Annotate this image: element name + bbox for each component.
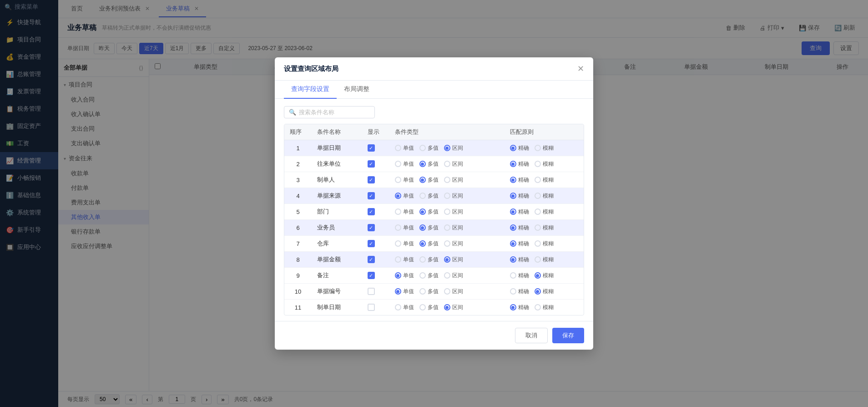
cell-condition-type: 单值多值区间	[389, 188, 505, 204]
display-checkbox-8[interactable]	[368, 256, 375, 263]
display-checkbox-1[interactable]	[368, 144, 375, 152]
radio-type-single-10[interactable]: 单值	[395, 288, 414, 295]
cell-name: 备注	[312, 268, 362, 284]
radio-type-multi-9[interactable]: 多值	[419, 272, 439, 280]
cell-display[interactable]	[362, 156, 389, 172]
radio-type-range-4[interactable]: 区间	[444, 192, 463, 200]
radio-type-single-2[interactable]: 单值	[395, 160, 414, 168]
radio-match-fuzzy-6[interactable]: 模糊	[535, 224, 554, 232]
radio-match-precise-2[interactable]: 精确	[510, 160, 529, 168]
modal-close-button[interactable]: ✕	[577, 64, 584, 74]
radio-type-single-3[interactable]: 单值	[395, 176, 414, 184]
radio-type-single-5[interactable]: 单值	[395, 208, 414, 216]
radio-type-multi-5[interactable]: 多值	[419, 208, 439, 216]
radio-type-range-6[interactable]: 区间	[444, 224, 463, 232]
cell-display[interactable]	[362, 204, 389, 220]
radio-match-fuzzy-8[interactable]: 模糊	[535, 256, 554, 264]
radio-type-single-4[interactable]: 单值	[395, 192, 414, 200]
radio-match-precise-7[interactable]: 精确	[510, 240, 529, 248]
radio-type-multi-1[interactable]: 多值	[419, 144, 439, 152]
radio-type-multi-6[interactable]: 多值	[419, 224, 439, 232]
display-checkbox-5[interactable]	[368, 208, 375, 215]
radio-match-precise-11[interactable]: 精确	[510, 304, 529, 311]
display-checkbox-2[interactable]	[368, 160, 375, 168]
radio-match-precise-10[interactable]: 精确	[510, 288, 529, 295]
cell-name: 业务员	[312, 220, 362, 236]
radio-type-range-1[interactable]: 区间	[444, 144, 463, 152]
modal-save-button[interactable]: 保存	[552, 328, 584, 343]
table-row: 5部门单值多值区间精确模糊	[284, 204, 584, 220]
radio-type-range-9[interactable]: 区间	[444, 272, 463, 280]
radio-match-fuzzy-7[interactable]: 模糊	[535, 240, 554, 248]
cell-display[interactable]	[362, 140, 389, 156]
radio-type-multi-4[interactable]: 多值	[419, 192, 439, 200]
modal-tab-layout-adjust[interactable]: 布局调整	[337, 81, 377, 99]
radio-type-range-5[interactable]: 区间	[444, 208, 463, 216]
display-checkbox-4[interactable]	[368, 192, 375, 199]
radio-match-precise-1[interactable]: 精确	[510, 144, 529, 152]
display-checkbox-10[interactable]	[368, 288, 375, 295]
radio-type-multi-8[interactable]: 多值	[419, 256, 439, 264]
radio-match-fuzzy-4[interactable]: 模糊	[535, 192, 554, 200]
radio-type-range-3[interactable]: 区间	[444, 176, 463, 184]
radio-match-fuzzy-5[interactable]: 模糊	[535, 208, 554, 216]
radio-type-single-6[interactable]: 单值	[395, 224, 414, 232]
cell-display[interactable]	[362, 220, 389, 236]
display-checkbox-9[interactable]	[368, 272, 375, 279]
table-row: 1单据日期单值多值区间精确模糊	[284, 140, 584, 156]
radio-match-fuzzy-11[interactable]: 模糊	[535, 304, 554, 311]
radio-type-single-7[interactable]: 单值	[395, 240, 414, 248]
radio-match-precise-6[interactable]: 精确	[510, 224, 529, 232]
radio-match-precise-9[interactable]: 精确	[510, 272, 529, 280]
radio-type-range-8[interactable]: 区间	[444, 256, 463, 264]
radio-type-range-11[interactable]: 区间	[444, 304, 463, 311]
modal-search-box[interactable]: 🔍	[284, 106, 375, 118]
display-checkbox-7[interactable]	[368, 240, 375, 247]
radio-type-range-7[interactable]: 区间	[444, 240, 463, 248]
modal-search-input[interactable]	[299, 109, 367, 116]
settings-modal: 设置查询区域布局 ✕ 查询字段设置布局调整 🔍 顺序条件名称显示条件类型匹配原则…	[275, 57, 593, 350]
radio-type-single-1[interactable]: 单值	[395, 144, 414, 152]
radio-type-multi-7[interactable]: 多值	[419, 240, 439, 248]
table-row: 2往来单位单值多值区间精确模糊	[284, 156, 584, 172]
cancel-button[interactable]: 取消	[515, 328, 548, 343]
modal-search-icon: 🔍	[289, 109, 296, 116]
cell-display[interactable]	[362, 172, 389, 188]
radio-match-fuzzy-3[interactable]: 模糊	[535, 176, 554, 184]
cell-display[interactable]	[362, 252, 389, 268]
cell-display[interactable]	[362, 300, 389, 315]
cell-condition-type: 单值多值区间	[389, 204, 505, 220]
cell-display[interactable]	[362, 284, 389, 300]
radio-match-fuzzy-10[interactable]: 模糊	[535, 288, 554, 295]
display-checkbox-3[interactable]	[368, 176, 375, 183]
radio-type-single-11[interactable]: 单值	[395, 304, 414, 311]
table-row: 6业务员单值多值区间精确模糊	[284, 220, 584, 236]
cell-match-rule: 精确模糊	[505, 268, 584, 284]
radio-type-multi-10[interactable]: 多值	[419, 288, 439, 295]
radio-match-precise-4[interactable]: 精确	[510, 192, 529, 200]
radio-match-fuzzy-2[interactable]: 模糊	[535, 160, 554, 168]
cell-display[interactable]	[362, 268, 389, 284]
radio-type-range-10[interactable]: 区间	[444, 288, 463, 295]
radio-type-multi-11[interactable]: 多值	[419, 304, 439, 311]
radio-type-range-2[interactable]: 区间	[444, 160, 463, 168]
cell-name: 仓库	[312, 236, 362, 252]
display-checkbox-6[interactable]	[368, 224, 375, 231]
radio-type-multi-2[interactable]: 多值	[419, 160, 439, 168]
modal-body: 🔍 顺序条件名称显示条件类型匹配原则 1单据日期单值多值区间精确模糊2往来单位单…	[275, 99, 593, 315]
radio-match-fuzzy-1[interactable]: 模糊	[535, 144, 554, 152]
cell-display[interactable]	[362, 236, 389, 252]
radio-type-multi-3[interactable]: 多值	[419, 176, 439, 184]
radio-match-precise-8[interactable]: 精确	[510, 256, 529, 264]
radio-type-single-9[interactable]: 单值	[395, 272, 414, 280]
cell-condition-type: 单值多值区间	[389, 220, 505, 236]
radio-match-precise-5[interactable]: 精确	[510, 208, 529, 216]
cell-order: 2	[284, 156, 312, 172]
cell-display[interactable]	[362, 188, 389, 204]
cell-condition-type: 单值多值区间	[389, 252, 505, 268]
radio-match-fuzzy-9[interactable]: 模糊	[535, 272, 554, 280]
radio-match-precise-3[interactable]: 精确	[510, 176, 529, 184]
display-checkbox-11[interactable]	[368, 304, 375, 311]
modal-tab-field-settings[interactable]: 查询字段设置	[284, 81, 337, 99]
radio-type-single-8[interactable]: 单值	[395, 256, 414, 264]
